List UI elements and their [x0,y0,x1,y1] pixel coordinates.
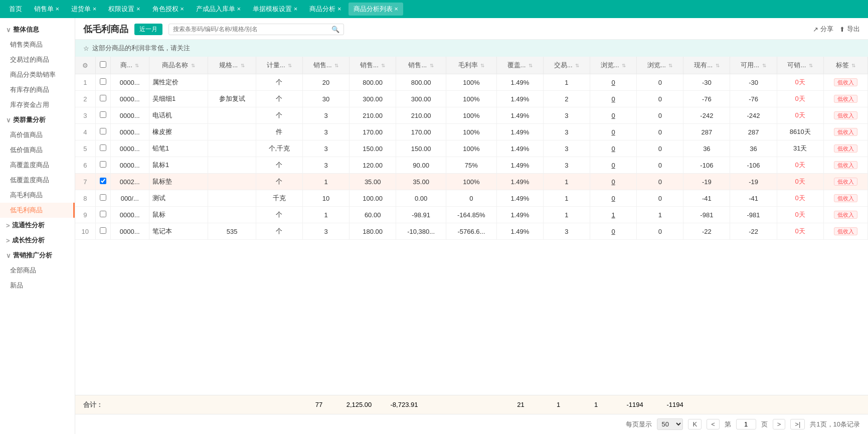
cell-checkbox-9[interactable] [95,223,110,240]
nav-purchase[interactable]: 进货单 × [66,3,101,16]
search-input[interactable] [173,26,331,33]
row-checkbox-2[interactable] [100,111,106,118]
next-page-button[interactable]: > [773,419,786,429]
th-checkbox[interactable] [95,57,110,74]
th-sale-qty[interactable]: 销售... ⇅ [302,57,349,74]
cell-no-4: 5 [75,140,95,157]
cell-browse1-6[interactable]: 0 [590,174,637,190]
th-tag[interactable]: 标签 ⇅ [823,57,867,74]
th-name[interactable]: 商品名称 ⇅ [149,57,208,74]
cell-browse1-3[interactable]: 0 [590,124,637,140]
cell-checkbox-4[interactable] [95,140,110,157]
nav-permissions[interactable]: 权限设置 × [103,3,145,16]
sidebar-item-in-stock[interactable]: 有库存的商品 [0,82,75,97]
sidebar-item-sales-products[interactable]: 销售类商品 [0,37,75,52]
cell-browse1-0[interactable]: 0 [590,74,637,91]
th-sale-profit[interactable]: 销售... ⇅ [396,57,446,74]
th-unit[interactable]: 计量... ⇅ [256,57,302,74]
th-settings[interactable]: ⚙ [75,57,95,74]
nav-templates[interactable]: 单据模板设置 × [248,3,302,16]
sidebar-item-low-coverage[interactable]: 低覆盖度商品 [0,173,75,188]
page-size-select[interactable]: 50 100 200 [657,418,683,430]
sidebar-group-overview[interactable]: ∨ 整体信息 [0,22,75,37]
browse1-link-8[interactable]: 1 [611,211,615,219]
th-code[interactable]: 商... ⇅ [110,57,149,74]
sidebar-item-new-products[interactable]: 新品 [0,278,75,293]
th-current-stock[interactable]: 现有... ⇅ [683,57,730,74]
sidebar-group-circulation[interactable]: > 流通性分析 [0,218,75,233]
row-checkbox-0[interactable] [100,78,106,85]
th-coverage[interactable]: 覆盖... ⇅ [496,57,543,74]
first-page-button[interactable]: K [688,419,702,429]
sidebar-item-all-products[interactable]: 全部商品 [0,263,75,278]
cell-checkbox-3[interactable] [95,124,110,140]
cell-browse1-1[interactable]: 0 [590,91,637,107]
row-checkbox-1[interactable] [100,95,106,101]
cell-browse1-5[interactable]: 0 [590,157,637,174]
search-icon[interactable]: 🔍 [331,26,339,33]
browse1-link-0[interactable]: 0 [611,79,615,86]
cell-checkbox-1[interactable] [95,91,110,107]
row-checkbox-5[interactable] [100,161,106,168]
sidebar-item-category-rate[interactable]: 商品分类助销率 [0,67,75,82]
th-sale-amount[interactable]: 销售... ⇅ [350,57,396,74]
row-checkbox-4[interactable] [100,144,106,151]
export-button[interactable]: ⬆ 导出 [839,25,860,34]
cell-browse1-7[interactable]: 0 [590,190,637,207]
th-trade[interactable]: 交易... ⇅ [543,57,590,74]
browse1-link-3[interactable]: 0 [611,128,615,136]
sidebar-group-marketing[interactable]: ∨ 营销推广分析 [0,248,75,263]
browse1-link-2[interactable]: 0 [611,112,615,119]
cell-checkbox-5[interactable] [95,157,110,174]
sidebar-group-cluster[interactable]: ∨ 类群量分析 [0,112,75,127]
browse1-link-6[interactable]: 0 [611,178,615,186]
th-browse2[interactable]: 浏览... ⇅ [637,57,683,74]
th-available-stock[interactable]: 可用... ⇅ [730,57,777,74]
nav-roles[interactable]: 角色授权 × [147,3,189,16]
browse1-link-1[interactable]: 0 [611,95,615,103]
sidebar-item-high-value[interactable]: 高价值商品 [0,127,75,142]
share-button[interactable]: ↗ 分享 [813,25,833,34]
cell-checkbox-7[interactable] [95,190,110,207]
sidebar-item-traded-products[interactable]: 交易过的商品 [0,52,75,67]
row-checkbox-6[interactable] [100,178,106,184]
th-gross-rate[interactable]: 毛利率 ⇅ [446,57,496,74]
cell-checkbox-0[interactable] [95,74,110,91]
select-all-checkbox[interactable] [100,61,106,68]
cell-browse1-8[interactable]: 1 [590,207,637,223]
sidebar-item-low-margin[interactable]: 低毛利商品 [0,203,75,218]
nav-home[interactable]: 首页 [4,3,27,16]
th-browse1[interactable]: 浏览... ⇅ [590,57,637,74]
cell-checkbox-2[interactable] [95,107,110,124]
sidebar-item-capital[interactable]: 库存资金占用 [0,97,75,112]
browse1-link-5[interactable]: 0 [611,162,615,169]
row-checkbox-9[interactable] [100,227,106,234]
browse1-link-7[interactable]: 0 [611,195,615,202]
row-checkbox-3[interactable] [100,128,106,134]
nav-sales[interactable]: 销售单 × [29,3,64,16]
th-saleable[interactable]: 可销... ⇅ [777,57,823,74]
cell-browse1-2[interactable]: 0 [590,107,637,124]
sidebar-item-high-margin[interactable]: 高毛利商品 [0,188,75,203]
th-spec[interactable]: 规格... ⇅ [208,57,256,74]
cell-browse1-4[interactable]: 0 [590,140,637,157]
row-checkbox-7[interactable] [100,194,106,201]
date-filter-button[interactable]: 近一月 [134,24,162,35]
page-number-input[interactable] [736,419,756,429]
cell-checkbox-8[interactable] [95,207,110,223]
row-checkbox-8[interactable] [100,211,106,217]
sidebar-item-high-coverage[interactable]: 高覆盖度商品 [0,158,75,173]
nav-products[interactable]: 产成品入库单 × [191,3,246,16]
prev-page-button[interactable]: < [707,419,720,429]
nav-analysis[interactable]: 商品分析 × [304,3,346,16]
nav-analysis-list[interactable]: 商品分析列表 × [349,3,403,16]
sidebar-item-low-value[interactable]: 低价值商品 [0,142,75,158]
browse1-link-4[interactable]: 0 [611,145,615,153]
sidebar-group-growth[interactable]: > 成长性分析 [0,233,75,248]
cell-checkbox-6[interactable] [95,174,110,190]
cell-browse1-9[interactable]: 0 [590,223,637,240]
last-page-button[interactable]: >| [790,419,805,429]
table-body: 10000...属性定价个20800.00800.00100%1.49%100-… [75,74,868,240]
settings-icon[interactable]: ⚙ [82,62,88,69]
browse1-link-9[interactable]: 0 [611,228,615,235]
